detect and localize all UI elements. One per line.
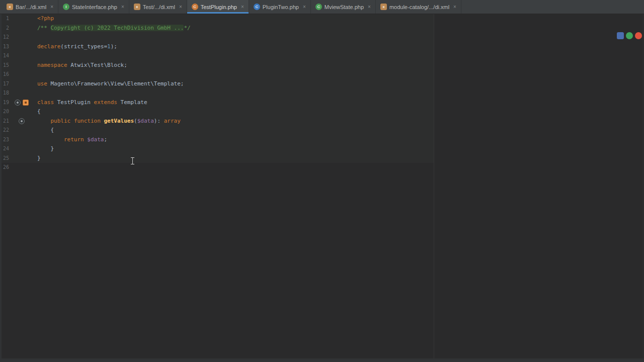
code-text: }	[34, 144, 54, 154]
line-number: 15	[0, 61, 9, 70]
code-text: class TestPlugin extends Template	[34, 98, 147, 108]
line-number: 13	[0, 42, 9, 52]
tab-label: Bar/.../di.xml	[16, 4, 46, 10]
code-line-17[interactable]: 17use Magento\Framework\View\Element\Tem…	[0, 79, 644, 89]
token	[70, 118, 74, 124]
code-line-14[interactable]: 14	[0, 51, 644, 61]
status-bar-edge	[0, 358, 644, 362]
code-line-19[interactable]: 19class TestPlugin extends Template	[0, 98, 644, 108]
line-number: 1	[0, 14, 9, 24]
token: ;	[104, 136, 107, 143]
php-class-icon: C	[254, 4, 260, 10]
code-line-21[interactable]: 21 public function getValues($data): arr…	[0, 117, 644, 126]
tab-stateinterface-php[interactable]: IStateInterface.php×	[58, 0, 129, 14]
code-line-26[interactable]: 26	[0, 163, 644, 172]
code-line-18[interactable]: 18	[0, 88, 644, 98]
gutter-icon-plugin-method[interactable]	[19, 118, 25, 124]
gutter-icon-override-method[interactable]	[15, 100, 21, 106]
line-number: 12	[0, 33, 9, 42]
tab-close-icon[interactable]: ×	[368, 4, 371, 10]
code-line-25[interactable]: 25}	[0, 154, 644, 163]
token: array	[164, 118, 181, 124]
line-number: 17	[0, 79, 9, 89]
code-line-23[interactable]: 23 return $data;	[0, 135, 644, 145]
token: $data	[137, 118, 154, 124]
xml-file-icon: x	[134, 4, 140, 10]
gutter	[9, 144, 34, 154]
code-line-22[interactable]: 22 {	[0, 126, 644, 135]
gutter	[9, 135, 34, 145]
code-line-24[interactable]: 24 }	[0, 144, 644, 154]
tab-close-icon[interactable]: ×	[453, 4, 456, 10]
gutter	[9, 42, 34, 52]
tab-testplugin-php[interactable]: CTestPlugin.php×	[187, 0, 249, 14]
token: /**	[37, 25, 51, 31]
code-text	[34, 51, 37, 61]
tab-mviewstate-php[interactable]: CMviewState.php×	[311, 0, 376, 14]
tab-module-catalog-di-xml[interactable]: xmodule-catalog/.../di.xml×	[376, 0, 461, 14]
code-line-13[interactable]: 13declare(strict_types=1);	[0, 42, 644, 52]
gutter-icon-magento-plugin[interactable]	[23, 100, 29, 106]
line-number: 22	[0, 126, 9, 135]
token	[37, 136, 64, 143]
code-text	[34, 33, 37, 42]
line-number: 26	[0, 163, 9, 172]
token: {	[37, 127, 54, 133]
code-line-1[interactable]: 1<?php	[0, 14, 644, 24]
token: (	[134, 118, 137, 124]
notification-icon-red[interactable]	[635, 32, 642, 39]
php-class-icon: C	[192, 4, 198, 10]
mouse-cursor-ibeam	[130, 157, 135, 164]
token: class	[37, 99, 54, 106]
code-text	[34, 163, 37, 172]
code-text: {	[34, 126, 54, 135]
gutter	[9, 126, 34, 135]
xml-file-icon: x	[7, 4, 13, 10]
gutter	[9, 98, 34, 108]
tab-close-icon[interactable]: ×	[179, 4, 182, 10]
code-line-16[interactable]: 16	[0, 70, 644, 79]
gutter	[9, 117, 34, 126]
tab-bar-di-xml[interactable]: xBar/.../di.xml×	[2, 0, 58, 14]
code-text: namespace Atwix\Test\Block;	[34, 61, 127, 70]
tab-label: Test/.../di.xml	[143, 4, 175, 10]
code-text: <?php	[34, 14, 54, 24]
token: {	[37, 108, 41, 115]
code-text: use Magento\Framework\View\Element\Templ…	[34, 79, 184, 89]
tab-plugintwo-php[interactable]: CPluginTwo.php×	[249, 0, 311, 14]
token: public	[51, 118, 71, 124]
line-number: 14	[0, 51, 9, 61]
gutter	[9, 88, 34, 98]
code-text: }	[34, 154, 41, 163]
code-line-20[interactable]: 20{	[0, 107, 644, 117]
code-line-12[interactable]: 12	[0, 33, 644, 42]
code-line-15[interactable]: 15namespace Atwix\Test\Block;	[0, 61, 644, 70]
token	[37, 118, 51, 124]
notification-icon-green[interactable]	[626, 32, 633, 39]
ide-window: xBar/.../di.xml×IStateInterface.php×xTes…	[0, 0, 644, 362]
line-number: 25	[0, 154, 9, 163]
line-number: 23	[0, 135, 9, 145]
editor-area[interactable]: 1<?php2/** Copyright (c) 2022 TechDivisi…	[0, 14, 644, 358]
notification-icon-blue[interactable]	[617, 32, 624, 39]
tab-close-icon[interactable]: ×	[241, 4, 244, 10]
tab-test-di-xml[interactable]: xTest/.../di.xml×	[129, 0, 187, 14]
gutter	[9, 51, 34, 61]
code-line-2[interactable]: 2/** Copyright (c) 2022 TechDivision Gmb…	[0, 24, 644, 33]
tab-close-icon[interactable]: ×	[121, 4, 124, 10]
token: getValues	[104, 118, 134, 124]
token: Atwix\Test\Block;	[67, 62, 127, 68]
gutter	[9, 14, 34, 24]
token: $data	[87, 136, 104, 143]
tab-label: PluginTwo.php	[263, 4, 299, 10]
token: return	[64, 136, 84, 143]
token: declare	[37, 43, 60, 50]
tab-label: module-catalog/.../di.xml	[389, 4, 449, 10]
gutter	[9, 154, 34, 163]
line-number: 24	[0, 144, 9, 154]
tab-close-icon[interactable]: ×	[50, 4, 53, 10]
gutter	[9, 163, 34, 172]
tab-close-icon[interactable]: ×	[303, 4, 306, 10]
token: }	[37, 155, 41, 161]
line-number: 16	[0, 70, 9, 79]
